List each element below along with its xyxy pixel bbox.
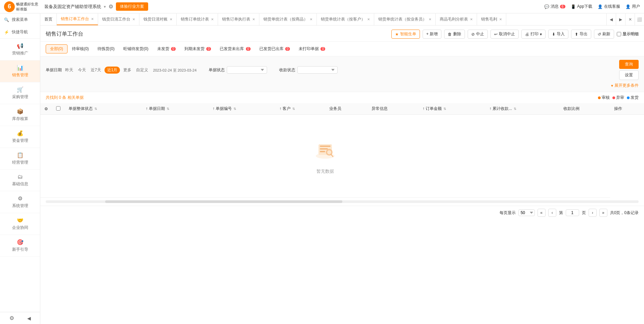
tab-close-sales-exec[interactable]: ✕: [252, 17, 255, 21]
quick-nav[interactable]: ⚡ 快捷导航: [0, 26, 40, 38]
status-select[interactable]: [227, 66, 267, 74]
page-size-select[interactable]: 50 10 20 100: [518, 209, 535, 216]
refresh-button[interactable]: ↺ 刷新: [594, 30, 614, 39]
sidebar-collapse-icon[interactable]: ◀: [27, 316, 31, 321]
search-menu[interactable]: 🔍 搜索菜单: [0, 13, 40, 26]
tab-close-sales-workbench[interactable]: ✕: [91, 17, 94, 21]
ship-action-button[interactable]: 发货: [627, 95, 639, 100]
page-first-button[interactable]: «: [538, 209, 546, 217]
sidebar-item-purchase[interactable]: 🛒 采购管理: [0, 82, 40, 104]
show-detail-checkbox[interactable]: [617, 32, 621, 36]
tab-cash-reconcile[interactable]: 钱货日清对账 ✕: [139, 13, 177, 25]
tab-sales-customer-stat[interactable]: 销货单统计表（按客户） ✕: [317, 13, 374, 25]
table-header-salesperson[interactable]: 业务员: [325, 103, 368, 115]
page-next-button[interactable]: ›: [589, 209, 597, 217]
sidebar-item-system[interactable]: ⚙ 系统管理: [0, 191, 40, 213]
tab-sales-goods-stat[interactable]: 销货单统计表（按商品） ✕: [259, 13, 317, 25]
sidebar-item-management[interactable]: 📋 经营管理: [0, 148, 40, 170]
table-header-operation[interactable]: 操作: [610, 103, 644, 115]
setting-button[interactable]: 设置: [619, 70, 639, 80]
tab-close-gross-profit[interactable]: ✕: [470, 17, 473, 21]
date-custom[interactable]: 自定义: [135, 67, 149, 74]
tab-sales-workbench[interactable]: 销售订单工作台 ✕: [57, 13, 98, 25]
sidebar-item-finance[interactable]: 💰 资金管理: [0, 126, 40, 148]
table-header-status[interactable]: 单据整体状态 ⇅: [65, 103, 142, 115]
settings-icon[interactable]: ⚙: [109, 3, 113, 10]
tab-cash-daily[interactable]: 钱货日清工作台 ✕: [98, 13, 139, 25]
tab-sales-stat[interactable]: 销售订单统计表 ✕: [177, 13, 218, 25]
filter-tab-not-shipped[interactable]: 未发货 0: [153, 44, 180, 53]
tab-close-sales-stat[interactable]: ✕: [211, 17, 214, 21]
sidebar-item-enterprise[interactable]: 🤝 企业协同: [0, 213, 40, 235]
filter-tab-pending-audit[interactable]: 待审核(0): [68, 44, 93, 53]
cancel-stop-button[interactable]: ↩ 取消中止: [490, 30, 519, 39]
stop-button[interactable]: ⊘ 中止: [468, 30, 488, 39]
export-button[interactable]: ⬆ 导出: [571, 30, 591, 39]
filter-tab-shipped-not-out[interactable]: 已发货未出库 0: [215, 44, 255, 53]
tab-sales-staff-stat[interactable]: 销货单统计表（按业务员） ✕: [374, 13, 436, 25]
tab-sales-exec[interactable]: 销售订单执行表 ✕: [218, 13, 259, 25]
tab-close-sales-staff-stat[interactable]: ✕: [429, 17, 431, 21]
page-prev-button[interactable]: ‹: [548, 209, 556, 217]
tab-close-all[interactable]: ✕: [625, 13, 635, 26]
table-header-cumulative[interactable]: ↑ 累计收款... ⇅: [485, 103, 559, 115]
sidebar-settings-icon[interactable]: ⚙: [9, 315, 14, 321]
online-service-button[interactable]: 👤 在线客服: [598, 4, 620, 9]
sidebar-item-marketing[interactable]: 📢 营销推广: [0, 39, 40, 60]
tab-close-sales-customer-stat[interactable]: ✕: [367, 17, 370, 21]
table-header-date[interactable]: ↑ 单据日期 ⇅: [142, 103, 209, 115]
import-button[interactable]: ⬇ 导入: [548, 30, 568, 39]
table-header-number[interactable]: ↑ 单据编号 ⇅: [209, 103, 275, 115]
select-all-checkbox[interactable]: [56, 106, 60, 111]
date-1month[interactable]: 近1月: [104, 67, 120, 74]
table-header-settings[interactable]: ⚙: [40, 103, 52, 115]
show-detail-label[interactable]: 显示明细: [617, 31, 639, 37]
tab-scroll-left[interactable]: ◀: [606, 13, 616, 26]
sidebar-item-sales[interactable]: 📊 销售管理: [0, 60, 40, 82]
tab-home[interactable]: 首页: [40, 13, 57, 25]
date-7days[interactable]: 近7天: [89, 67, 102, 74]
cancel-audit-action-button[interactable]: 弃审: [612, 95, 624, 100]
table-header-abnormal[interactable]: 异常信息: [368, 103, 418, 115]
user-button[interactable]: 👤 用户: [626, 4, 640, 9]
tab-close-sales-gross[interactable]: ✕: [499, 17, 502, 21]
add-button[interactable]: + 新增: [423, 30, 441, 39]
filter-tab-not-printed[interactable]: 未打印单据 0: [294, 44, 330, 53]
sidebar-item-basic[interactable]: 🗂 基础信息: [0, 170, 40, 191]
filter-tab-wangpu-ship[interactable]: 旺铺待发货(0): [119, 44, 153, 53]
horizontal-scrollbar[interactable]: [46, 200, 639, 203]
audit-action-button[interactable]: 审核: [598, 95, 610, 100]
experience-button[interactable]: 体验行业方案: [116, 2, 148, 11]
print-button[interactable]: 🖨 打印 ▾: [521, 30, 546, 39]
filter-tab-overdue-not-shipped[interactable]: 到期未发货 0: [180, 44, 215, 53]
page-last-button[interactable]: »: [599, 209, 607, 217]
system-dropdown-icon[interactable]: ▾: [104, 4, 106, 9]
query-button[interactable]: 查询: [619, 60, 639, 69]
tab-sales-gross[interactable]: 销售毛利 ✕: [477, 13, 506, 25]
page-number-input[interactable]: [566, 209, 579, 216]
date-yesterday[interactable]: 昨天: [64, 67, 75, 74]
scrollbar-thumb[interactable]: [105, 200, 342, 203]
delete-button[interactable]: 🗑 删除: [444, 30, 465, 39]
smart-create-button[interactable]: ★ 智能生单: [391, 30, 420, 39]
table-header-customer[interactable]: ↑ 客户 ⇅: [275, 103, 326, 115]
app-download-button[interactable]: 📱 App下载: [571, 4, 592, 9]
message-button[interactable]: 💬 消息 6: [544, 4, 565, 9]
payment-select[interactable]: [297, 66, 338, 74]
tab-close-cash-reconcile[interactable]: ✕: [170, 17, 172, 21]
filter-tab-all[interactable]: 全部(0): [46, 44, 68, 53]
sidebar-item-guide[interactable]: 🎯 新手引导: [0, 235, 40, 257]
tab-restore[interactable]: ⬜: [635, 13, 644, 26]
tab-gross-profit[interactable]: 商品毛利分析表 ✕: [436, 13, 477, 25]
tab-close-cash-daily[interactable]: ✕: [132, 17, 135, 21]
table-header-amount[interactable]: ↑ 订单金额 ⇅: [419, 103, 485, 115]
table-header-ratio[interactable]: 收款比例: [559, 103, 610, 115]
date-today[interactable]: 今天: [77, 67, 87, 74]
tab-close-sales-goods-stat[interactable]: ✕: [310, 17, 312, 21]
filter-tab-pending-pick[interactable]: 待拣货(0): [93, 44, 119, 53]
table-header-checkbox[interactable]: [52, 103, 65, 115]
date-more[interactable]: 更多: [122, 67, 133, 74]
sidebar-item-inventory[interactable]: 📦 库存核算: [0, 104, 40, 126]
filter-tab-shipped-out[interactable]: 已发货已出库 0: [255, 44, 294, 53]
expand-filter-button[interactable]: ▾ 展开更多条件: [611, 83, 639, 88]
